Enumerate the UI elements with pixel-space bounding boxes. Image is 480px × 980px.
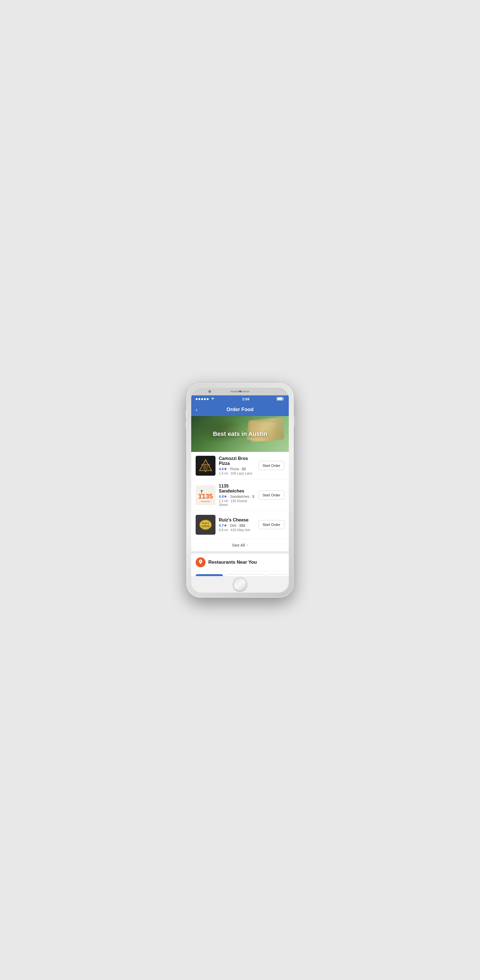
restaurant-logo-1135: 1135 sandwiches [196,485,215,505]
restaurant-category: · Deli · $$$ [228,523,245,528]
signal-dot-4 [204,398,206,400]
svg-point-8 [205,471,206,472]
home-button[interactable] [233,578,247,591]
price-filter-button[interactable]: Price ▼ [267,574,287,576]
location-pin-circle [196,557,206,567]
nearby-header: Restaurants Near You [191,554,289,571]
table-row: 1135 sandwiches 1135 Sandwiches 4.8★ · S… [191,480,289,511]
svg-text:BRO'S: BRO'S [203,466,208,468]
table-row: CAMOZZI BRO'S PIZZA Camozzi Bros Pizza 4… [191,452,289,480]
see-all-label: See All [232,543,245,547]
restaurant-info-camozzi: Camozzi Bros Pizza 4.6★ · Pizza · $$ 1.5… [219,456,255,476]
restaurant-address: 0.8 mi · 416 Alley Ave [219,528,255,532]
see-all-chevron-icon: › [247,543,248,547]
hero-banner: Best eats in Austin [191,416,289,452]
svg-text:RUIZ'S: RUIZ'S [202,522,209,525]
status-time: 2:04 [242,397,249,401]
featured-restaurant-list: CAMOZZI BRO'S PIZZA Camozzi Bros Pizza 4… [191,452,289,554]
hero-text: Best eats in Austin [213,430,267,438]
restaurant-name: Ruiz's Cheese [219,518,255,523]
nav-bar: ‹ Order Food [191,403,289,416]
restaurant-rating: 4.6★ [219,467,227,471]
start-order-button-1135[interactable]: Start Order [258,490,284,500]
volume-down-button [185,421,186,429]
restaurant-category: · Sandwiches · $ [228,495,254,498]
svg-text:1135: 1135 [198,493,213,500]
restaurant-logo-ruiz: RUIZ'S CHEESE [196,515,215,535]
svg-text:CHEESE: CHEESE [202,525,210,527]
restaurant-rating: 4.8★ [219,495,227,498]
restaurant-address: 1.5 mi · 100 Lazy Lane [219,471,255,476]
restaurant-meta: 4.7★ · Deli · $$$ [219,523,255,528]
restaurant-meta: 4.8★ · Sandwiches · $ [219,495,255,498]
restaurant-address: 2.2 mi · 135 Kissick Street [219,499,255,507]
restaurant-logo-camozzi: CAMOZZI BRO'S PIZZA [196,456,215,476]
phone-frame: 2:04 ‹ Order Food Best eats in Austin [186,383,294,598]
battery-icon [277,397,284,401]
nearby-section-title: Restaurants Near You [208,560,257,565]
front-sensor [239,390,241,392]
restaurant-name: 1135 Sandwiches [219,484,255,493]
nav-title: Order Food [227,407,253,412]
nearby-section: Restaurants Near You Austin, TX ▼ Delive… [191,554,289,576]
start-order-button-camozzi[interactable]: Start Order [258,461,284,470]
svg-text:CAMOZZI: CAMOZZI [201,464,210,466]
restaurant-category: · Pizza · $$ [228,467,246,471]
svg-text:sandwiches: sandwiches [201,501,211,502]
signal-dot-5 [207,398,209,400]
restaurant-rating: 4.7★ [219,523,227,528]
restaurant-info-1135: 1135 Sandwiches 4.8★ · Sandwiches · $ 2.… [219,484,255,507]
restaurant-name: Camozzi Bros Pizza [219,456,255,466]
volume-up-button [185,410,186,418]
camera-icon [208,390,211,393]
wifi-icon [211,397,215,401]
filter-row: Austin, TX ▼ Delivery or Pickup ▼ Price … [191,571,289,576]
svg-text:PIZZA: PIZZA [204,468,208,470]
phone-screen: 2:04 ‹ Order Food Best eats in Austin [191,388,289,593]
phone-bottom-bar [191,576,289,593]
status-bar: 2:04 [191,395,289,403]
phone-top-bar [191,388,289,395]
signal-dot-1 [196,398,198,400]
table-row: RUIZ'S CHEESE Ruiz's Cheese 4.7★ · Deli … [191,511,289,539]
restaurant-info-ruiz: Ruiz's Cheese 4.7★ · Deli · $$$ 0.8 mi ·… [219,518,255,532]
location-pin-icon [198,560,203,565]
svg-point-12 [201,490,203,492]
signal-dot-2 [198,398,200,400]
delivery-filter-button[interactable]: Delivery or Pickup ▼ [225,574,265,576]
signal-dot-3 [201,398,203,400]
svg-rect-1 [277,398,282,399]
screen-content[interactable]: Best eats in Austin CAMOZZI BRO'S [191,416,289,576]
signal-area [196,397,215,401]
start-order-button-ruiz[interactable]: Start Order [258,520,284,529]
see-all-row[interactable]: See All › [191,539,289,554]
restaurant-meta: 4.6★ · Pizza · $$ [219,467,255,471]
location-filter-button[interactable]: Austin, TX ▼ [196,574,223,576]
power-button [294,416,295,427]
back-button[interactable]: ‹ [196,406,198,413]
